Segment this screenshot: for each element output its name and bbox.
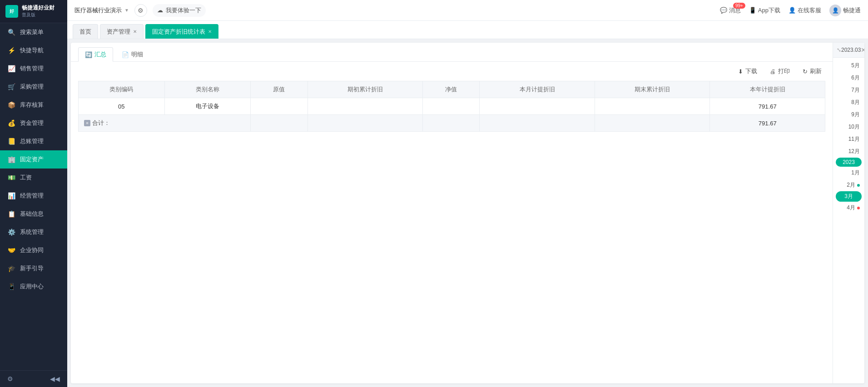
sidebar-item-guide[interactable]: 🎓 新手引导 [0, 259, 67, 278]
tab-depreciation-close[interactable]: ✕ [208, 29, 212, 34]
refresh-label: 刷新 [810, 67, 822, 75]
search-icon: 🔍 [7, 28, 15, 36]
sidebar-item-basic-info[interactable]: 📋 基础信息 [0, 205, 67, 223]
sidebar-item-label-ledger: 总账管理 [20, 137, 44, 145]
total-label: ≡ 合计： [84, 119, 245, 127]
total-period-end-accum [595, 115, 709, 132]
total-text: 合计： [92, 119, 110, 127]
date-panel-header: ⤡ 2023.03 ✕ [833, 43, 864, 58]
sales-icon: 📈 [7, 64, 15, 73]
sidebar-item-sales[interactable]: 📈 销售管理 [0, 60, 67, 78]
refresh-button[interactable]: ↻ 刷新 [799, 65, 825, 77]
sidebar-item-payroll[interactable]: 💵 工资 [0, 169, 67, 187]
guide-icon: 🎓 [7, 264, 15, 273]
date-month-item[interactable]: 11月 [833, 133, 864, 145]
refresh-icon: ↻ [803, 68, 808, 75]
sidebar-item-app-center[interactable]: 📱 应用中心 [0, 278, 67, 296]
basic-info-icon: 📋 [7, 210, 15, 218]
date-month-label: 8月 [851, 99, 860, 106]
sidebar-item-ledger[interactable]: 📒 总账管理 [0, 132, 67, 150]
tab-depreciation[interactable]: 固定资产折旧统计表 ✕ [145, 24, 218, 39]
sidebar-collapse-icon[interactable]: ◀◀ [50, 375, 60, 382]
download-icon: ⬇ [738, 68, 743, 75]
tab-asset-mgmt-close[interactable]: ✕ [133, 29, 137, 34]
date-month-item[interactable]: 9月 [833, 109, 864, 121]
experience-button[interactable]: ☁ 我要体验一下 [153, 4, 206, 17]
date-indicator [857, 184, 860, 187]
date-month-item[interactable]: 4月 [833, 202, 864, 214]
sub-tab-summary[interactable]: 🔄 汇总 [78, 47, 113, 62]
sidebar-item-label-operations: 经营管理 [20, 192, 44, 200]
app-download-button[interactable]: 📱 App下载 [749, 6, 780, 15]
print-label: 打印 [778, 67, 790, 75]
sidebar-item-label-sales: 销售管理 [20, 64, 44, 73]
sidebar-item-label-search: 搜索菜单 [20, 28, 44, 36]
date-month-item[interactable]: 8月 [833, 96, 864, 109]
sidebar-item-finance[interactable]: 💰 资金管理 [0, 114, 67, 132]
date-month-item[interactable]: 12月 [833, 145, 864, 158]
company-selector[interactable]: 医疗器械行业演示 ▼ [74, 6, 129, 15]
notifications-button[interactable]: 💬 消息 99+ [720, 6, 741, 15]
sidebar-item-operations[interactable]: 📊 经营管理 [0, 187, 67, 205]
cell-original [251, 98, 308, 115]
brand-name: 畅捷通好业财 [22, 5, 55, 12]
date-month-item[interactable]: 10月 [833, 121, 864, 133]
topbar-settings-button[interactable]: ⚙ [134, 4, 147, 17]
sidebar-item-enterprise[interactable]: 🤝 企业协同 [0, 241, 67, 259]
depreciation-table: 类别编码 类别名称 原值 期初累计折旧 净值 本月计提折旧 期末累计折旧 本年计… [78, 81, 825, 132]
total-icon: ≡ [84, 120, 90, 126]
sub-tab-detail[interactable]: 📄 明细 [115, 47, 150, 61]
sidebar-item-purchase[interactable]: 🛒 采购管理 [0, 78, 67, 96]
app-download-label: App下载 [758, 6, 780, 15]
sidebar-item-quick-nav[interactable]: ⚡ 快捷导航 [0, 41, 67, 60]
date-month-item[interactable]: 1月 [833, 167, 864, 179]
company-name: 医疗器械行业演示 [74, 6, 122, 15]
date-year-label-2023[interactable]: 2023 [836, 158, 862, 167]
date-month-label: 10月 [848, 123, 860, 131]
sub-tab-detail-label: 明细 [131, 50, 143, 59]
tabs-bar: 首页 资产管理 ✕ 固定资产折旧统计表 ✕ [67, 21, 868, 39]
sidebar-item-system[interactable]: ⚙️ 系统管理 [0, 223, 67, 241]
total-net [422, 115, 480, 132]
sidebar-settings-icon[interactable]: ⚙ [7, 375, 13, 382]
tab-home[interactable]: 首页 [73, 24, 98, 39]
download-button[interactable]: ⬇ 下载 [734, 65, 761, 77]
payroll-icon: 💵 [7, 174, 15, 182]
date-month-item[interactable]: 7月 [833, 84, 864, 96]
date-panel-close-icon[interactable]: ✕ [861, 46, 864, 54]
sidebar-item-inventory[interactable]: 📦 库存核算 [0, 96, 67, 114]
date-month-item[interactable]: 5月 [833, 60, 864, 72]
cell-annual: 791.67 [710, 98, 825, 115]
experience-label: 我要体验一下 [166, 6, 201, 15]
print-button[interactable]: 🖨 打印 [766, 65, 794, 77]
enterprise-icon: 🤝 [7, 246, 15, 254]
app-download-icon: 📱 [749, 7, 756, 14]
operations-icon: 📊 [7, 192, 15, 200]
sidebar-item-fixed-assets[interactable]: 🏢 固定资产 [0, 150, 67, 169]
date-month-item-active[interactable]: 3月 [836, 191, 862, 202]
tab-asset-mgmt[interactable]: 资产管理 ✕ [100, 24, 144, 39]
quick-nav-icon: ⚡ [7, 46, 15, 55]
notifications-icon: 💬 [720, 7, 727, 14]
system-icon: ⚙️ [7, 228, 15, 236]
date-month-item[interactable]: 2月 [833, 179, 864, 191]
sidebar-item-search[interactable]: 🔍 搜索菜单 [0, 23, 67, 41]
company-dropdown-icon: ▼ [124, 8, 129, 13]
fixed-assets-icon: 🏢 [7, 155, 15, 164]
date-month-label: 4月 [847, 204, 855, 212]
topbar-right-actions: 💬 消息 99+ 📱 App下载 👤 在线客服 👤 畅捷通 [720, 5, 861, 16]
cell-name: 电子设备 [164, 98, 251, 115]
user-avatar: 👤 [829, 5, 841, 16]
detail-icon: 📄 [122, 51, 129, 58]
app-logo-icon: 好 [5, 5, 18, 18]
date-panel: ⤡ 2023.03 ✕ 5月 6月 7月 8月 9月 [833, 43, 864, 383]
date-month-label: 11月 [848, 135, 860, 143]
app-center-icon: 📱 [7, 283, 15, 291]
user-menu[interactable]: 👤 畅捷通 [829, 5, 861, 16]
date-month-item[interactable]: 6月 [833, 72, 864, 84]
online-service-button[interactable]: 👤 在线客服 [789, 6, 821, 15]
date-panel-expand-icon[interactable]: ⤡ [837, 47, 841, 53]
date-year-text: 2023 [843, 159, 855, 165]
date-month-label: 6月 [851, 74, 860, 82]
total-annual: 791.67 [710, 115, 825, 132]
